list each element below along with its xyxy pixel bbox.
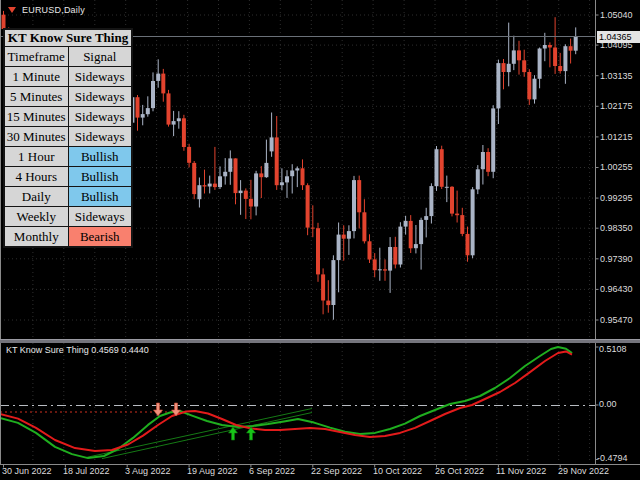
- time-tick-label: 3 Aug 2022: [125, 467, 171, 476]
- kst-signal-line: [0, 351, 572, 451]
- candle-body: [337, 235, 341, 261]
- signal-table-signal-cell: Sideways: [68, 87, 132, 107]
- candle-body: [244, 191, 248, 199]
- signal-table-row: 5 MinutesSideways: [4, 87, 132, 107]
- current-price-box: 1.04365: [597, 31, 640, 43]
- candle-body: [533, 79, 537, 100]
- candle-body: [553, 48, 557, 67]
- candle-body: [476, 169, 480, 189]
- price-tick-label: 1.03135: [600, 72, 633, 81]
- price-tick-label: 1.01215: [600, 133, 633, 142]
- candle-wick: [281, 168, 282, 190]
- candle-wick: [292, 164, 293, 193]
- signal-table: KT Know Sure Thing Timeframe Signal 1 Mi…: [3, 28, 133, 248]
- candle-body: [161, 74, 165, 94]
- candle-wick: [214, 147, 215, 190]
- candle-body: [331, 260, 335, 305]
- candle-body: [378, 269, 382, 270]
- signal-table-signal-cell: Sideways: [68, 67, 132, 87]
- signal-table-header-signal: Signal: [68, 47, 132, 67]
- candle-body: [275, 137, 279, 185]
- signal-table-row: WeeklySideways: [4, 207, 132, 227]
- candle-body: [517, 50, 521, 60]
- candle-body: [512, 50, 516, 63]
- candle-body: [182, 118, 186, 147]
- candle-body: [398, 227, 402, 265]
- candle-body: [435, 149, 439, 186]
- candle-body: [563, 46, 567, 71]
- signal-table-signal-cell: Sideways: [68, 127, 132, 147]
- candle-body: [146, 108, 150, 114]
- signal-table-row: MonthlyBearish: [4, 227, 132, 248]
- kst-line: [0, 347, 572, 458]
- indicator-min-label: -0.4794: [597, 454, 628, 463]
- indicator-max-label: 0.5108: [599, 345, 627, 354]
- candle-wick: [225, 158, 226, 185]
- candle-wick: [287, 170, 288, 198]
- candle-wick: [457, 191, 458, 223]
- candle-body: [368, 241, 372, 259]
- signal-table-timeframe-cell: 1 Minute: [4, 67, 68, 87]
- candle-body: [306, 185, 310, 227]
- candle-body: [316, 228, 320, 274]
- candle-body: [264, 163, 268, 177]
- candle-body: [326, 301, 330, 306]
- candle-body: [285, 176, 289, 182]
- candle-body: [440, 149, 444, 187]
- candle-body: [223, 172, 227, 177]
- indicator-zero-label: 0.00: [599, 400, 617, 409]
- candle-body: [522, 60, 526, 72]
- signal-table-row: 1 HourBullish: [4, 147, 132, 167]
- signal-table-timeframe-cell: Weekly: [4, 207, 68, 227]
- candle-body: [239, 191, 243, 194]
- candle-body: [342, 235, 346, 239]
- candle-body: [569, 46, 573, 51]
- candle-wick: [508, 23, 509, 87]
- signal-table-row: 4 HoursBullish: [4, 167, 132, 187]
- time-tick-label: 29 Nov 2022: [558, 467, 609, 476]
- candle-body: [471, 189, 475, 255]
- signal-table-timeframe-cell: Monthly: [4, 227, 68, 248]
- symbol-dropdown-icon[interactable]: [8, 7, 16, 13]
- mt4-chart-window[interactable]: EURUSD,Daily KT Know Sure Thing Timefram…: [0, 0, 640, 480]
- candle-body: [270, 137, 274, 151]
- candle-body: [347, 231, 351, 239]
- candle-body: [455, 214, 459, 216]
- time-tick-label: 11 Nov 2022: [496, 467, 546, 476]
- signal-table-timeframe-cell: 30 Minutes: [4, 127, 68, 147]
- candle-body: [280, 182, 284, 185]
- signal-table-signal-cell: Sideways: [68, 107, 132, 127]
- time-tick-label: 10 Oct 2022: [373, 467, 422, 476]
- candle-wick: [204, 170, 205, 194]
- candle-body: [187, 147, 191, 163]
- candle-body: [388, 247, 392, 271]
- subwindow-separator[interactable]: [0, 339, 640, 343]
- candle-body: [450, 187, 454, 214]
- candle-body: [548, 45, 552, 48]
- price-tick-label: 0.98350: [600, 224, 633, 233]
- candle-body: [383, 269, 387, 270]
- signal-table-row: DailyBullish: [4, 187, 132, 207]
- candle-wick: [343, 225, 344, 260]
- candle-body: [502, 63, 506, 72]
- candle-body: [558, 66, 562, 71]
- price-tick-label: 0.95470: [600, 316, 633, 325]
- price-tick-label: 1.00255: [600, 163, 633, 172]
- candle-wick: [446, 176, 447, 203]
- candle-body: [213, 184, 217, 188]
- candle-body: [393, 247, 397, 265]
- candle-body: [419, 220, 423, 244]
- candle-body: [156, 74, 160, 81]
- candle-body: [259, 173, 263, 177]
- candle-wick: [240, 180, 241, 215]
- candle-body: [429, 186, 433, 216]
- sell-arrow-icon: [154, 403, 163, 416]
- candle-body: [414, 244, 418, 248]
- candle-body: [321, 274, 325, 300]
- candle-body: [197, 185, 201, 199]
- candle-wick: [426, 208, 427, 238]
- signal-table-timeframe-cell: Daily: [4, 187, 68, 207]
- candle-body: [295, 168, 299, 170]
- signal-table-row: 30 MinutesSideways: [4, 127, 132, 147]
- candle-body: [2, 15, 6, 29]
